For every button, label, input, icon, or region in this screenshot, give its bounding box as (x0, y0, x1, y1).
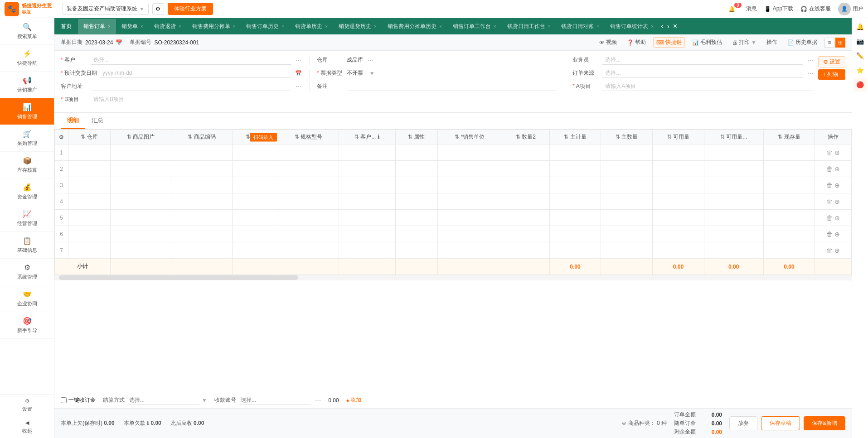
user-btn[interactable]: 👤 用户 (838, 3, 863, 15)
cell-available2[interactable] (704, 177, 763, 193)
chevron-down-icon[interactable]: ▼ (202, 397, 207, 404)
delete-icon[interactable]: 🗑 (826, 247, 833, 254)
th-available[interactable]: ⇅ 可用量 (653, 130, 704, 144)
cell-image[interactable] (111, 193, 171, 210)
delete-icon[interactable]: 🗑 (826, 149, 833, 156)
cell-available2[interactable] (704, 226, 763, 242)
cell-action[interactable]: 🗑⊕ (815, 242, 852, 259)
cell-available2[interactable] (704, 210, 763, 226)
tab-sales-goods-history[interactable]: 销货单历史 × (290, 19, 333, 34)
b-project-input[interactable] (91, 95, 227, 104)
cell-customer-code[interactable] (339, 144, 396, 161)
cell-available[interactable] (653, 144, 704, 161)
th-main-measure[interactable]: ⇅ 主计量 (549, 130, 601, 144)
tab-home[interactable]: 首页 (54, 19, 78, 34)
cell-main-qty[interactable] (601, 177, 653, 193)
add-btn[interactable]: ● 添加 (346, 396, 361, 404)
cell-stock[interactable] (763, 161, 815, 177)
cell-image[interactable] (111, 144, 171, 161)
cell-main-qty[interactable] (601, 193, 653, 210)
tab-expense-history[interactable]: 销售费用分摊单历史 × (382, 19, 447, 34)
cell-stock[interactable] (763, 193, 815, 210)
sidebar-item-guide[interactable]: 🎯 新手引导 (0, 312, 54, 339)
th-image[interactable]: ⇅ 商品图片 (111, 130, 171, 144)
cell-spec[interactable] (278, 193, 339, 210)
cell-main-measure[interactable] (549, 210, 601, 226)
set-button[interactable]: ⚙ 设置 (818, 56, 845, 67)
cell-available[interactable] (653, 226, 704, 242)
tab-sales-stats[interactable]: 销售订单统计表 × (605, 19, 659, 34)
discard-button[interactable]: 放弃 (729, 416, 757, 430)
cell-stock[interactable] (763, 144, 815, 161)
cell-image[interactable] (111, 177, 171, 193)
cell-available2[interactable] (704, 161, 763, 177)
cell-main-qty[interactable] (601, 226, 653, 242)
cell-warehouse[interactable] (68, 210, 111, 226)
cell-unit[interactable] (437, 193, 502, 210)
save-new-button[interactable]: 保存&新增 (804, 416, 845, 430)
copy-icon[interactable]: ⊕ (834, 231, 840, 238)
order-source-input[interactable] (602, 68, 803, 78)
sidebar-item-inventory[interactable]: 📦 库存核算 (0, 152, 54, 178)
calendar-icon[interactable]: 📅 (116, 39, 122, 46)
close-icon[interactable]: × (374, 24, 377, 29)
cell-code[interactable] (171, 210, 232, 226)
tab-sales-order[interactable]: 销售订单 × (78, 19, 116, 34)
cell-warehouse[interactable] (68, 193, 111, 210)
tab-sales-return[interactable]: 销货退货 × (149, 19, 187, 34)
cell-available[interactable] (653, 177, 704, 193)
cell-customer-code[interactable] (339, 210, 396, 226)
payment-method-input[interactable] (127, 396, 199, 404)
message-btn[interactable]: 🔔 9 消息 (728, 5, 757, 13)
th-qty2[interactable]: ⇅ 数量2 (502, 130, 550, 144)
th-settings[interactable]: ⚙ (55, 130, 68, 144)
cell-qty2[interactable] (502, 161, 550, 177)
list-view-icon[interactable]: ≡ (824, 38, 834, 48)
right-star-icon[interactable]: ⭐ (853, 63, 867, 77)
sidebar-item-purchase[interactable]: 🛒 采购管理 (0, 125, 54, 152)
close-icon[interactable]: × (281, 24, 284, 29)
address-input[interactable] (91, 82, 291, 91)
cell-action[interactable]: 🗑⊕ (815, 193, 852, 210)
cell-available2[interactable] (704, 242, 763, 259)
cell-main-measure[interactable] (549, 242, 601, 259)
th-main-qty[interactable]: ⇅ 主数量 (601, 130, 653, 144)
tab-menu-icon[interactable]: × (671, 22, 679, 30)
cell-attr[interactable] (395, 177, 437, 193)
cell-available[interactable] (653, 210, 704, 226)
cell-spec[interactable] (278, 161, 339, 177)
cell-available[interactable] (653, 242, 704, 259)
add-col-button[interactable]: + 列物 (818, 69, 845, 80)
one-click-checkbox[interactable] (61, 397, 67, 403)
cell-warehouse[interactable] (68, 226, 111, 242)
cell-spec[interactable] (278, 210, 339, 226)
th-available2[interactable]: ⇅ 可用量... (704, 130, 763, 144)
cell-warehouse[interactable] (68, 161, 111, 177)
close-icon[interactable]: × (108, 24, 111, 29)
right-camera-icon[interactable]: 📷 (853, 34, 867, 48)
cell-available[interactable] (653, 161, 704, 177)
cell-action[interactable]: 🗑⊕ (815, 210, 852, 226)
tab-next-icon[interactable]: › (665, 22, 671, 30)
right-edit-icon[interactable]: ✏️ (853, 49, 867, 63)
cell-attr[interactable] (395, 144, 437, 161)
sidebar-item-enterprise[interactable]: 🤝 企业协同 (0, 285, 54, 312)
tab-summary[interactable]: 汇总 (85, 113, 110, 129)
tab-daily-reconcile[interactable]: 钱货日清对账 × (556, 19, 605, 34)
sidebar-item-basic[interactable]: 📋 基础信息 (0, 232, 54, 259)
cell-unit[interactable] (437, 242, 502, 259)
cell-attr[interactable] (395, 226, 437, 242)
cell-image[interactable] (111, 210, 171, 226)
sidebar-collapse-btn[interactable]: ◀ 收起 (0, 416, 54, 438)
cell-action[interactable]: 🗑 ⊕ (815, 144, 852, 161)
copy-icon[interactable]: ⊕ (834, 182, 840, 189)
cell-action[interactable]: 🗑⊕ (815, 226, 852, 242)
cell-qty2[interactable] (502, 177, 550, 193)
invoice-chevron-icon[interactable]: ▼ (369, 70, 375, 77)
cell-code[interactable] (171, 144, 232, 161)
cell-action[interactable]: 🗑⊕ (815, 161, 852, 177)
cell-customer-code[interactable] (339, 226, 396, 242)
one-click-payment-checkbox[interactable]: 一键收订金 (61, 396, 96, 404)
right-notification-icon[interactable]: 🔔 (853, 20, 867, 34)
cell-main-measure[interactable] (549, 193, 601, 210)
